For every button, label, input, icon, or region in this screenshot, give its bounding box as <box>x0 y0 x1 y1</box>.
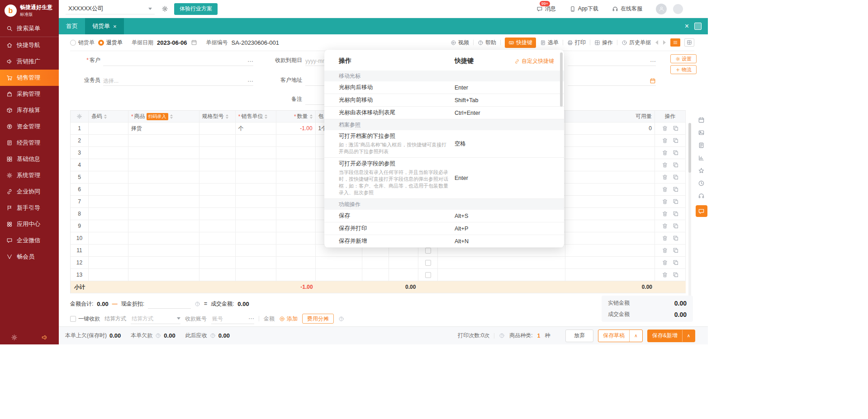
prev-doc-arrow[interactable] <box>655 40 659 45</box>
cell-unit[interactable] <box>236 184 276 195</box>
settle-select[interactable] <box>131 314 180 324</box>
gift-checkbox[interactable] <box>425 260 431 266</box>
help-icon[interactable] <box>210 333 216 339</box>
cell-barcode[interactable] <box>89 147 128 159</box>
delete-row-icon[interactable] <box>662 150 668 156</box>
copy-row-icon[interactable] <box>673 186 679 193</box>
sidebar-item-畅会员[interactable]: 畅会员 <box>0 249 59 265</box>
copy-row-icon[interactable] <box>673 150 679 156</box>
table-scrollbar[interactable] <box>688 123 691 321</box>
cell-unit[interactable] <box>236 220 276 232</box>
delete-row-icon[interactable] <box>662 235 668 241</box>
cell-qty[interactable] <box>276 196 316 207</box>
copy-row-icon[interactable] <box>673 211 679 217</box>
copy-row-icon[interactable] <box>673 162 679 168</box>
delete-row-icon[interactable] <box>662 162 668 168</box>
avatar[interactable] <box>656 4 667 14</box>
sidebar-item-应用中心[interactable]: 应用中心 <box>0 216 59 232</box>
fee-split-button[interactable]: 费用分摊 <box>302 314 334 324</box>
column-barcode[interactable]: 条码 <box>89 111 128 122</box>
messages-button[interactable]: 99+ 消息 <box>536 5 556 13</box>
cell-qty[interactable] <box>276 257 316 268</box>
cell-qty[interactable]: -1.00 <box>276 122 316 134</box>
delete-row-icon[interactable] <box>662 125 668 132</box>
chat-button[interactable] <box>696 205 707 217</box>
extra-field-1[interactable]: ⋯ <box>568 54 656 66</box>
sidebar-item-搜索菜单[interactable]: 搜索菜单 <box>0 20 59 37</box>
cell-spec[interactable] <box>199 208 236 220</box>
modal-scrollbar[interactable] <box>560 52 563 246</box>
sort-icon[interactable] <box>170 114 173 119</box>
cell-product[interactable] <box>128 147 199 159</box>
settings-button[interactable]: 设置 <box>670 54 697 63</box>
cell-qty[interactable] <box>276 184 316 195</box>
tab-sales-order[interactable]: 销货单 × <box>85 18 124 34</box>
cell-qty[interactable] <box>276 232 316 244</box>
abandon-button[interactable]: 放弃 <box>565 330 593 342</box>
help-icon[interactable] <box>499 333 505 339</box>
cell-barcode[interactable] <box>89 257 128 268</box>
cell-spec[interactable] <box>199 232 236 244</box>
extra-input-1[interactable] <box>568 58 650 64</box>
cell-spec[interactable] <box>199 122 236 134</box>
gift-checkbox[interactable] <box>425 248 431 254</box>
cell-product[interactable] <box>128 184 199 195</box>
help-button[interactable]: 帮助 <box>478 39 496 47</box>
cell-spec[interactable] <box>199 171 236 183</box>
cell-barcode[interactable] <box>89 122 128 134</box>
cell-unit[interactable] <box>236 135 276 146</box>
cell-spec[interactable] <box>199 196 236 207</box>
sidebar-item-营销推广[interactable]: 营销推广 <box>0 53 59 70</box>
cell-unit[interactable] <box>236 147 276 159</box>
cell-spec[interactable] <box>199 184 236 195</box>
sort-icon[interactable] <box>265 114 267 119</box>
salesman-field[interactable]: ⋯ <box>103 74 253 86</box>
clock-icon[interactable] <box>698 180 705 187</box>
cell-qty[interactable] <box>276 147 316 159</box>
trial-solution-button[interactable]: 体验行业方案 <box>174 3 218 15</box>
help-icon[interactable] <box>194 301 200 307</box>
cell-price[interactable] <box>362 257 389 268</box>
calendar-icon[interactable] <box>650 78 656 84</box>
sort-icon[interactable] <box>104 114 107 119</box>
column-available[interactable]: 可用量 <box>565 111 655 122</box>
tab-home[interactable]: 首页 <box>59 18 85 34</box>
copy-row-icon[interactable] <box>673 272 679 278</box>
app-download-button[interactable]: App下载 <box>569 5 598 13</box>
cell-barcode[interactable] <box>89 135 128 146</box>
copy-row-icon[interactable] <box>673 174 679 180</box>
cell-qty[interactable] <box>276 208 316 220</box>
gear-icon[interactable] <box>11 334 18 341</box>
discount-field[interactable] <box>148 299 191 309</box>
cell-price[interactable] <box>362 269 389 281</box>
calendar-icon[interactable] <box>191 39 197 46</box>
chevron-up-icon[interactable]: ∧ <box>630 333 642 338</box>
company-select[interactable]: XXXXXX公司 <box>66 3 155 14</box>
cell-warehouse[interactable] <box>438 257 565 268</box>
customer-field[interactable]: ⋯ <box>103 54 253 66</box>
cell-product[interactable] <box>128 220 199 232</box>
copy-row-icon[interactable] <box>673 125 679 132</box>
scrollbar-thumb[interactable] <box>560 52 563 107</box>
cell-barcode[interactable] <box>89 184 128 195</box>
add-payment-button[interactable]: 添加 <box>279 315 298 323</box>
salesman-input[interactable] <box>103 78 247 84</box>
cell-product[interactable] <box>128 171 199 183</box>
image-icon[interactable] <box>698 129 705 136</box>
star-icon[interactable] <box>698 167 705 174</box>
cell-product[interactable] <box>128 159 199 171</box>
more-icon[interactable]: ⋯ <box>248 316 254 321</box>
cell-barcode[interactable] <box>89 232 128 244</box>
cell-spec[interactable] <box>199 159 236 171</box>
operations-button[interactable]: 操作 <box>594 39 613 47</box>
cell-amount[interactable] <box>389 269 418 281</box>
sidebar-item-采购管理[interactable]: 采购管理 <box>0 86 59 102</box>
sidebar-item-库存核算[interactable]: 库存核算 <box>0 102 59 118</box>
doc-date-value[interactable]: 2023-06-06 <box>157 39 187 46</box>
settle-input[interactable] <box>131 315 175 322</box>
cell-qty[interactable] <box>276 135 316 146</box>
column-product[interactable]: *商品扫码录入 <box>128 111 199 122</box>
close-tab-icon[interactable]: × <box>113 23 117 30</box>
column-settings-icon[interactable] <box>76 113 82 119</box>
column-unit[interactable]: *销售单位 <box>236 111 276 122</box>
